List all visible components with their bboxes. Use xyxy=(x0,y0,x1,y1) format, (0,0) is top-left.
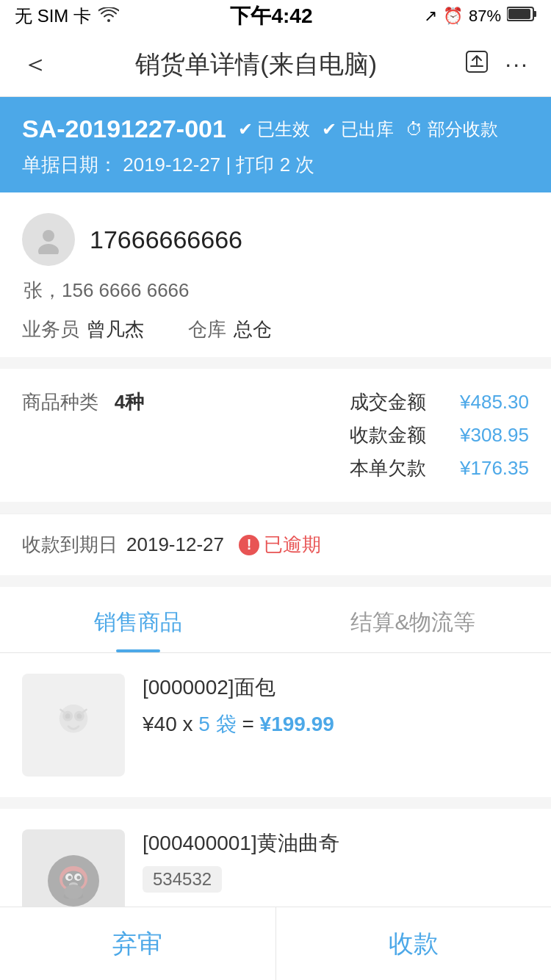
overdue-badge: ! 已逾期 xyxy=(239,532,321,558)
product-name-2: [000400001]黄油曲奇 xyxy=(143,829,529,857)
due-section: 收款到期日 2019-12-27 ! 已逾期 xyxy=(0,514,551,575)
back-button[interactable]: ＜ xyxy=(22,46,48,82)
tab-sales-products[interactable]: 销售商品 xyxy=(0,587,276,652)
status-right: ↗ ⏰ 87% xyxy=(424,6,536,26)
product-qty-1: 5 xyxy=(198,713,210,735)
status-left: 无 SIM 卡 xyxy=(15,4,119,28)
alarm-icon: ⏰ xyxy=(443,7,463,26)
salesman-meta: 业务员 曾凡杰 xyxy=(22,317,144,342)
collected-label: 收款金额 xyxy=(350,422,426,448)
check-icon-2: ✔ xyxy=(322,119,336,140)
due-date-label: 收款到期日 xyxy=(22,532,118,558)
product-price-1: ¥40 x 5 袋 = ¥199.99 xyxy=(143,710,529,738)
svg-point-5 xyxy=(38,244,59,254)
product-type-count: 4种 xyxy=(115,391,144,413)
location-icon: ↗ xyxy=(424,7,437,26)
check-icon: ✔ xyxy=(238,119,253,140)
deal-amount-row: 成交金额 ¥485.30 xyxy=(350,389,529,415)
avatar xyxy=(22,213,75,266)
salesman-label: 业务员 xyxy=(22,317,79,342)
collect-button[interactable]: 收款 xyxy=(276,907,552,980)
customer-meta: 业务员 曾凡杰 仓库 总仓 xyxy=(22,317,529,342)
customer-name: 17666666666 xyxy=(90,226,242,254)
stats-right: 成交金额 ¥485.30 收款金额 ¥308.95 本单欠款 ¥176.35 xyxy=(350,389,529,481)
svg-point-21 xyxy=(65,884,83,899)
svg-point-17 xyxy=(77,876,81,879)
warehouse-meta: 仓库 总仓 xyxy=(188,317,272,342)
nav-bar: ＜ 销货单详情(来自电脑) ··· xyxy=(0,32,551,97)
battery-icon xyxy=(507,6,536,26)
deal-amount-label: 成交金额 xyxy=(350,389,426,415)
svg-rect-1 xyxy=(533,11,536,17)
product-total-1: ¥199.99 xyxy=(260,713,334,735)
due-date-value: 2019-12-27 xyxy=(126,533,224,556)
more-icon[interactable]: ··· xyxy=(505,51,529,78)
order-date-row: 单据日期： 2019-12-27 | 打印 2 次 xyxy=(22,152,529,178)
owed-value: ¥176.35 xyxy=(441,457,529,480)
status-time: 下午4:42 xyxy=(230,2,312,30)
warehouse-label: 仓库 xyxy=(188,317,226,342)
customer-section: 17666666666 张，156 6666 6666 业务员 曾凡杰 仓库 总… xyxy=(0,192,551,357)
customer-row: 17666666666 xyxy=(22,213,529,266)
salesman-value: 曾凡杰 xyxy=(87,317,144,342)
badge-shipped: ✔ 已出库 xyxy=(322,118,394,141)
product-thumbnail-1 xyxy=(22,674,125,777)
badge-effective: ✔ 已生效 xyxy=(238,118,310,141)
svg-rect-2 xyxy=(508,9,530,19)
stats-section: 商品种类 4种 成交金额 ¥485.30 收款金额 ¥308.95 本单欠款 ¥… xyxy=(0,369,551,502)
clock-icon: ⏱ xyxy=(406,119,423,140)
bottom-bar: 弃审 收款 xyxy=(0,907,551,980)
deal-amount-value: ¥485.30 xyxy=(441,391,529,414)
reject-button[interactable]: 弃审 xyxy=(0,907,276,980)
product-sku-2: 534532 xyxy=(143,866,222,893)
collected-row: 收款金额 ¥308.95 xyxy=(350,422,529,448)
page-title: 销货单详情(来自电脑) xyxy=(135,48,377,82)
carrier-label: 无 SIM 卡 xyxy=(15,4,91,28)
customer-info: 张，156 6666 6666 xyxy=(22,278,529,303)
list-item: [0000002]面包 ¥40 x 5 袋 = ¥199.99 xyxy=(0,653,551,797)
product-info-1: [0000002]面包 ¥40 x 5 袋 = ¥199.99 xyxy=(143,674,529,738)
overdue-label: 已逾期 xyxy=(264,532,321,558)
wifi-icon xyxy=(98,6,119,26)
owed-row: 本单欠款 ¥176.35 xyxy=(350,455,529,481)
owed-label: 本单欠款 xyxy=(350,455,426,481)
warehouse-value: 总仓 xyxy=(234,317,272,342)
product-qty-unit-1: 袋 xyxy=(216,713,237,735)
order-header: SA-20191227-001 ✔ 已生效 ✔ 已出库 ⏱ 部分收款 单据日期：… xyxy=(0,97,551,192)
battery-label: 87% xyxy=(469,7,501,26)
nav-left: ＜ xyxy=(22,46,48,82)
status-bar: 无 SIM 卡 下午4:42 ↗ ⏰ 87% xyxy=(0,0,551,32)
overdue-icon: ! xyxy=(239,535,259,555)
share-icon[interactable] xyxy=(464,48,490,80)
badge-partial: ⏱ 部分收款 xyxy=(406,118,498,141)
product-type-label: 商品种类 xyxy=(22,391,98,413)
order-id-row: SA-20191227-001 ✔ 已生效 ✔ 已出库 ⏱ 部分收款 xyxy=(22,115,529,143)
collected-value: ¥308.95 xyxy=(441,424,529,447)
product-name-1: [0000002]面包 xyxy=(143,674,529,702)
tabs-container: 销售商品 结算&物流等 xyxy=(0,587,551,653)
price-unit-1: ¥40 xyxy=(143,713,177,735)
tab-settlement[interactable]: 结算&物流等 xyxy=(276,587,551,652)
svg-point-16 xyxy=(68,876,72,879)
nav-right: ··· xyxy=(464,48,529,80)
svg-point-4 xyxy=(43,230,54,242)
stats-left: 商品种类 4种 xyxy=(22,389,144,415)
order-id: SA-20191227-001 xyxy=(22,115,226,143)
